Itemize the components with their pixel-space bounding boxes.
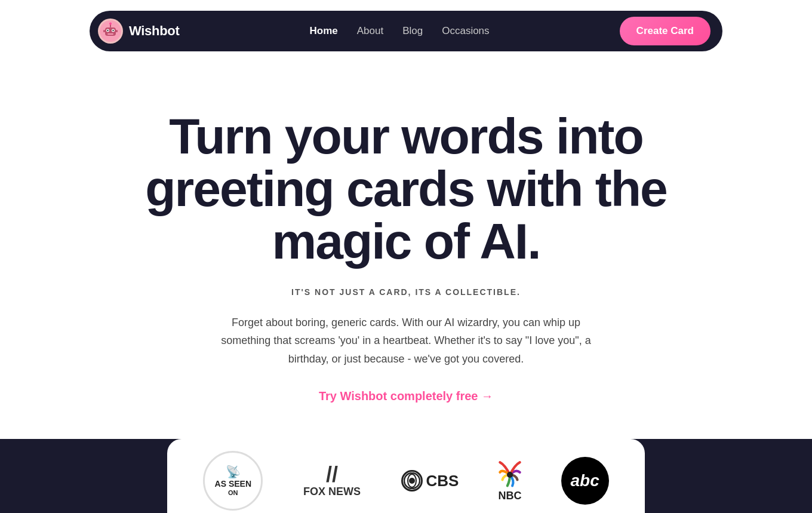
nbc-logo: NBC — [495, 460, 525, 502]
create-card-button[interactable]: Create Card — [620, 17, 710, 45]
broadcast-icon: 📡 — [226, 465, 241, 479]
nav-link-home[interactable]: Home — [310, 25, 338, 36]
cbs-eye-icon — [401, 470, 423, 492]
nav-item-home[interactable]: Home — [310, 25, 338, 37]
svg-point-4 — [107, 30, 108, 31]
nbc-peacock-svg — [495, 460, 525, 490]
hero-cta-link[interactable]: Try Wishbot completely free → — [319, 389, 493, 403]
abc-text: abc — [571, 471, 599, 490]
hero-subheadline: IT'S NOT JUST A CARD, ITS A COLLECTIBLE. — [291, 287, 521, 297]
navbar-wrap: Wishbot Home About Blog Occasions Create… — [0, 0, 812, 62]
cbs-text: CBS — [426, 472, 459, 490]
logo-text: Wishbot — [129, 23, 179, 39]
logo-icon — [98, 19, 123, 44]
nav-link-occasions[interactable]: Occasions — [442, 25, 489, 36]
nav-link-blog[interactable]: Blog — [402, 25, 423, 36]
svg-point-14 — [507, 472, 513, 478]
fox-slash-graphic: // — [326, 464, 338, 486]
fox-news-text: FOX NEWS — [303, 486, 361, 498]
logo-link[interactable]: Wishbot — [98, 19, 179, 44]
svg-point-13 — [409, 478, 415, 484]
svg-rect-6 — [107, 33, 113, 35]
svg-point-8 — [109, 23, 112, 25]
svg-rect-10 — [116, 30, 118, 32]
as-seen-on-badge: 📡 AS SEEN ON — [203, 451, 263, 511]
nav-menu: Home About Blog Occasions — [310, 25, 490, 37]
nav-item-occasions[interactable]: Occasions — [442, 25, 489, 37]
as-seen-on-strip: 📡 AS SEEN ON // FOX NEWS CBS — [0, 439, 812, 513]
nav-item-blog[interactable]: Blog — [402, 25, 423, 37]
navbar: Wishbot Home About Blog Occasions Create… — [90, 11, 722, 51]
svg-rect-9 — [103, 30, 105, 32]
nbc-text: NBC — [499, 490, 522, 502]
hero-description: Forget about boring, generic cards. With… — [209, 314, 603, 368]
hero-section: Turn your words into greeting cards with… — [0, 62, 812, 439]
abc-logo: abc — [561, 457, 609, 505]
nav-link-about[interactable]: About — [357, 25, 383, 36]
fox-slash-char: // — [326, 464, 338, 486]
svg-point-5 — [112, 30, 113, 31]
cbs-eye-svg — [404, 472, 420, 489]
as-seen-inner: 📡 AS SEEN ON // FOX NEWS CBS — [167, 439, 645, 513]
nav-item-about[interactable]: About — [357, 25, 383, 37]
logo-svg — [100, 20, 121, 42]
hero-headline: Turn your words into greeting cards with… — [137, 110, 675, 268]
on-text: ON — [228, 489, 238, 497]
fox-news-logo: // FOX NEWS — [299, 464, 365, 498]
cbs-logo: CBS — [401, 470, 459, 492]
as-seen-text: AS SEEN — [215, 479, 251, 489]
